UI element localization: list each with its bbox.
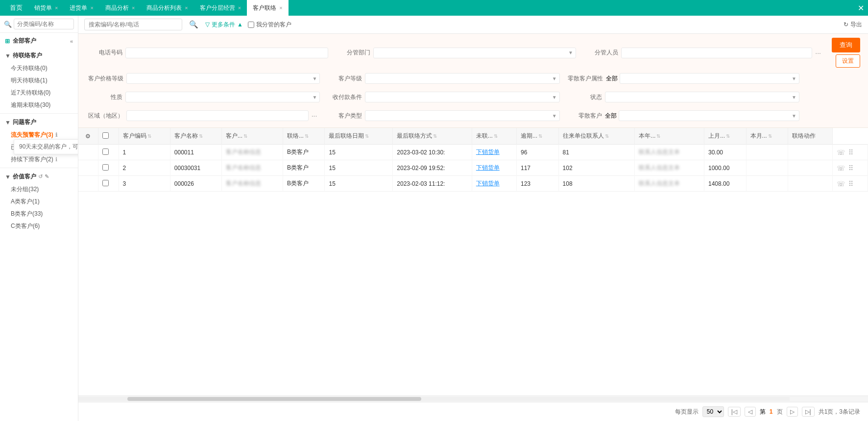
col-header-code[interactable]: 客户编码⇅ bbox=[119, 128, 170, 145]
row-code: 000026 bbox=[170, 176, 221, 192]
select-all-checkbox[interactable] bbox=[102, 132, 109, 139]
more-actions-icon[interactable]: ⠿ bbox=[848, 180, 853, 188]
gear-column-header[interactable]: ⚙ bbox=[78, 128, 98, 145]
nav-tab-customer-layer[interactable]: 客户分层经营 × bbox=[194, 0, 247, 16]
customer-type-select[interactable] bbox=[365, 110, 559, 121]
row-contact-person: 联系人信息文本 bbox=[635, 176, 704, 192]
col-header-overdue[interactable]: 逾期...⇅ bbox=[516, 128, 558, 145]
nav-tab-analysis-list[interactable]: 商品分析列表 × bbox=[141, 0, 193, 16]
row-type: B类客户 bbox=[283, 160, 325, 176]
filter-search-button[interactable]: 🔍 bbox=[187, 20, 200, 29]
person-input[interactable] bbox=[621, 48, 812, 58]
person-more-dots[interactable]: ··· bbox=[812, 49, 824, 57]
customer-level-select-wrap: ▼ bbox=[365, 73, 559, 84]
close-tab-purchase[interactable]: × bbox=[90, 5, 93, 11]
sidebar-item-class-c[interactable]: C类客户(6) bbox=[0, 220, 78, 232]
prev-page-button[interactable]: ◁ bbox=[745, 407, 756, 417]
more-actions-icon[interactable]: ⠿ bbox=[848, 164, 853, 172]
payment-select[interactable] bbox=[365, 92, 559, 102]
close-tab-customer-contact[interactable]: × bbox=[279, 5, 282, 11]
col-header-contact-person[interactable]: 往来单位联系人⇅ bbox=[558, 128, 635, 145]
col-header-last-method[interactable]: 最后联络方式⇅ bbox=[393, 128, 472, 145]
nav-tab-sales[interactable]: 销货单 × bbox=[28, 0, 64, 16]
nav-tab-analysis[interactable]: 商品分析 × bbox=[99, 0, 141, 16]
filter-search-input[interactable] bbox=[84, 19, 182, 30]
col-header-last-date[interactable]: 最后联络日期⇅ bbox=[325, 128, 393, 145]
query-button[interactable]: 查询 bbox=[832, 38, 860, 52]
sidebar-item-declining[interactable]: 持续下滑客户(2) ℹ bbox=[0, 153, 78, 166]
col-header-type[interactable]: 客户...⇅ bbox=[222, 128, 283, 145]
row-last-method[interactable]: 下销货单 bbox=[472, 145, 516, 160]
close-all-btn[interactable]: ✕ bbox=[858, 3, 864, 13]
nav-tab-home[interactable]: 首页 bbox=[4, 3, 28, 12]
col-header-name[interactable]: 客户名称⇅ bbox=[170, 128, 221, 145]
row-last-month bbox=[746, 160, 788, 176]
col-header-no-contact[interactable]: 未联...⇅ bbox=[472, 128, 516, 145]
nav-tab-customer-contact[interactable]: 客户联络 × bbox=[247, 0, 288, 16]
sidebar-item-class-b[interactable]: B类客户(33) bbox=[0, 208, 78, 220]
info-icon-1[interactable]: ℹ bbox=[55, 132, 57, 138]
sidebar-item-tomorrow[interactable]: 明天待联络(1) bbox=[0, 74, 78, 87]
info-icon-3[interactable]: ℹ bbox=[55, 156, 57, 163]
my-customers-checkbox-label[interactable]: 我分管的客户 bbox=[248, 21, 291, 29]
dept-select[interactable] bbox=[373, 48, 576, 58]
page-size-select[interactable]: 50 bbox=[702, 406, 724, 417]
sidebar-group-header-problem[interactable]: ▼ 问题客户 bbox=[0, 116, 78, 129]
sidebar-search-input[interactable] bbox=[14, 19, 74, 29]
phone-input[interactable] bbox=[125, 48, 328, 58]
col-header-contact[interactable]: 联络...⇅ bbox=[283, 128, 325, 145]
refresh-icon[interactable]: ↺ bbox=[38, 173, 43, 180]
sidebar-all-customers[interactable]: ⊞ 全部客户 « bbox=[0, 33, 78, 49]
first-page-button[interactable]: |◁ bbox=[728, 407, 741, 417]
row-checkbox[interactable] bbox=[102, 180, 109, 186]
region-input[interactable] bbox=[126, 110, 309, 121]
customer-level-select[interactable] bbox=[365, 73, 559, 84]
sidebar-divider-1 bbox=[0, 113, 78, 114]
next-page-button[interactable]: ▷ bbox=[787, 407, 798, 417]
retail-select[interactable] bbox=[619, 110, 799, 121]
query-settings-wrap: 查询 设置 bbox=[828, 38, 862, 68]
sidebar-item-class-a[interactable]: A类客户(1) bbox=[0, 196, 78, 208]
contact-icon[interactable]: ☏ bbox=[837, 180, 845, 188]
row-last-method[interactable]: 下销货单 bbox=[472, 160, 516, 176]
col-header-this-month[interactable]: 本月...⇅ bbox=[746, 128, 788, 145]
col-header-last-month[interactable]: 上月...⇅ bbox=[704, 128, 746, 145]
edit-icon[interactable]: ✎ bbox=[45, 173, 49, 180]
current-page: 1 bbox=[770, 408, 773, 415]
price-grade-select[interactable] bbox=[126, 73, 320, 84]
close-tab-analysis-list[interactable]: × bbox=[185, 5, 188, 11]
sidebar-item-ungrouped[interactable]: 未分组(32) bbox=[0, 183, 78, 196]
close-tab-customer-layer[interactable]: × bbox=[238, 5, 241, 11]
close-tab-sales[interactable]: × bbox=[55, 5, 58, 11]
status-select[interactable] bbox=[605, 92, 799, 102]
retail-attr-select[interactable] bbox=[620, 73, 799, 84]
scrollbar-thumb[interactable] bbox=[127, 397, 421, 401]
close-tab-analysis[interactable]: × bbox=[132, 5, 135, 11]
row-checkbox[interactable] bbox=[102, 149, 109, 155]
sort-icon-contact-person: ⇅ bbox=[605, 133, 609, 139]
last-page-button[interactable]: ▷| bbox=[802, 407, 815, 417]
more-actions-icon[interactable]: ⠿ bbox=[848, 149, 853, 156]
contact-icon[interactable]: ☏ bbox=[837, 164, 845, 172]
checkbox-column-header[interactable] bbox=[98, 128, 119, 145]
horizontal-scrollbar[interactable] bbox=[78, 397, 790, 401]
page-label: 第 bbox=[760, 408, 766, 416]
sidebar-item-today[interactable]: 今天待联络(0) bbox=[0, 62, 78, 74]
contact-icon[interactable]: ☏ bbox=[837, 149, 845, 156]
row-checkbox[interactable] bbox=[102, 164, 109, 171]
my-customers-checkbox[interactable] bbox=[248, 22, 254, 28]
sidebar-group-header-value[interactable]: ▼ 价值客户 ↺ ✎ bbox=[0, 170, 78, 183]
region-more-dots[interactable]: ··· bbox=[309, 112, 320, 120]
settings-button[interactable]: 设置 bbox=[836, 54, 860, 68]
nature-select[interactable] bbox=[125, 92, 320, 102]
sidebar-group-header-pending[interactable]: ▼ 待联络客户 bbox=[0, 49, 78, 62]
nav-tab-purchase[interactable]: 进货单 × bbox=[64, 0, 99, 16]
sort-icon-last-month: ⇅ bbox=[726, 133, 730, 139]
col-header-this-year[interactable]: 本年...⇅ bbox=[635, 128, 704, 145]
row-last-method[interactable]: 下销货单 bbox=[472, 176, 516, 192]
row-last-month bbox=[746, 145, 788, 160]
sidebar-item-7days[interactable]: 近7天待联络(0) bbox=[0, 87, 78, 99]
sidebar-item-overdue[interactable]: 逾期未联络(30) bbox=[0, 99, 78, 111]
export-button[interactable]: ↻ 导出 bbox=[844, 21, 862, 29]
filter-more-btn[interactable]: ▽ 更多条件 ▲ bbox=[205, 21, 243, 29]
